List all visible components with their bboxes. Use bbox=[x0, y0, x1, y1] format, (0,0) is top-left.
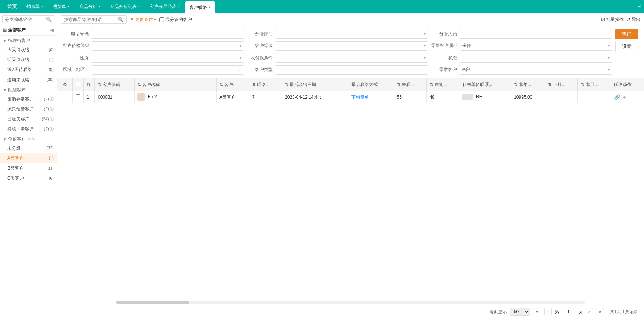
nav-customer-contact[interactable]: 客户联络 × bbox=[185, 1, 215, 13]
close-all-tabs-button[interactable]: × bbox=[637, 3, 641, 11]
close-sales-icon[interactable]: × bbox=[41, 0, 43, 13]
collapse-sidebar-icon[interactable]: ◀ bbox=[50, 28, 54, 33]
close-analysis-icon[interactable]: × bbox=[99, 0, 101, 13]
export-button[interactable]: ↗ 导出 bbox=[627, 17, 640, 23]
person-input[interactable]: ··· bbox=[459, 29, 612, 39]
sidebar-item-abnormal[interactable]: 囤购异常客户 (2) ⓘ bbox=[0, 94, 57, 104]
action-grid-icon[interactable]: ⊞ bbox=[622, 94, 627, 100]
status-select[interactable]: ▾ bbox=[459, 53, 612, 63]
action-link-icon[interactable]: 🔗 bbox=[614, 94, 620, 100]
person-label: 分管人员 bbox=[431, 31, 457, 37]
price-grade-select[interactable]: ▾ bbox=[92, 41, 244, 51]
per-page-select[interactable]: 50 100 200 bbox=[510, 308, 530, 316]
close-customer-tier-icon[interactable]: × bbox=[178, 0, 180, 13]
group-problem-customers[interactable]: ▼ 问题客户 bbox=[0, 85, 57, 94]
close-purchase-icon[interactable]: × bbox=[68, 0, 70, 13]
horizontal-scrollbar-area bbox=[57, 299, 644, 305]
chevron-icon-2: ▾ bbox=[240, 44, 242, 48]
last-contact-link[interactable]: 下销货单 bbox=[351, 95, 369, 100]
prev-page-button[interactable]: ‹ bbox=[544, 308, 552, 315]
first-page-button[interactable]: « bbox=[533, 308, 541, 315]
sidebar-item-tomorrow-contact[interactable]: 明天待联络 (1) bbox=[0, 55, 57, 65]
sidebar-search-container: 🔍 bbox=[2, 15, 54, 23]
row-not-contact: 55 bbox=[394, 91, 426, 103]
row-checkbox-cell bbox=[73, 91, 84, 103]
filter-cell-payment: 收付款条件 ▾ bbox=[247, 53, 428, 63]
info-icon-1: ⓘ bbox=[50, 96, 54, 103]
filter-bar: 🔍 ▼ 更多条件 ▾ 我分管的客户 ☑ 批量操作 ↗ 导出 bbox=[57, 13, 644, 26]
sidebar-item-declining[interactable]: 持续下滑客户 (2) ⓘ bbox=[0, 124, 57, 134]
sort-icon-6: ⇅ bbox=[397, 82, 401, 87]
retail-customer-select[interactable]: 全部 ▾ bbox=[459, 65, 612, 75]
chevron-icon: ▾ bbox=[424, 32, 426, 36]
page-input[interactable] bbox=[562, 308, 575, 315]
filter-search-input[interactable] bbox=[64, 17, 118, 22]
horizontal-scrollbar-thumb[interactable] bbox=[116, 301, 189, 304]
refresh-icon[interactable]: ↻ bbox=[27, 137, 31, 142]
nav-customer-tier[interactable]: 客户分层经营 × bbox=[145, 0, 184, 13]
export-icon: ↗ bbox=[627, 17, 630, 22]
row-name: Ea ? bbox=[135, 91, 217, 103]
settings-button[interactable]: 设置 bbox=[615, 41, 638, 52]
sidebar-item-today-contact[interactable]: 今天待联络 (0) bbox=[0, 45, 57, 55]
nature-select[interactable]: ▾ bbox=[91, 53, 244, 63]
region-input[interactable]: ··· bbox=[92, 65, 244, 75]
more-filters-button[interactable]: ▼ 更多条件 ▾ bbox=[130, 17, 156, 23]
sidebar-item-churn-warning[interactable]: 流失预警客户 (3) ⓘ bbox=[0, 104, 57, 114]
customer-type-input[interactable] bbox=[275, 65, 428, 75]
my-customers-checkbox[interactable] bbox=[159, 17, 164, 22]
th-not-contact: ⇅ 未联... bbox=[394, 78, 426, 91]
select-all-checkbox[interactable] bbox=[76, 82, 80, 86]
page-total-label: 页 bbox=[578, 309, 583, 315]
all-customers-header[interactable]: ⊞ 全部客户 ◀ bbox=[0, 25, 57, 36]
sidebar-item-churned[interactable]: 已流失客户 (24) ⓘ bbox=[0, 114, 57, 124]
payment-select[interactable]: ▾ bbox=[275, 53, 428, 63]
filter-cell-person: 分管人员 ··· bbox=[431, 29, 612, 39]
retail-attr-select[interactable]: 全部 ▾ bbox=[460, 41, 612, 51]
nav-analysis[interactable]: 商品分析 × bbox=[75, 0, 105, 13]
nav-sales[interactable]: 销售单 × bbox=[22, 0, 48, 13]
group-pending-contact[interactable]: ▼ 待联络客户 bbox=[0, 36, 57, 45]
last-page-button[interactable]: » bbox=[596, 308, 604, 315]
sidebar-search-input[interactable] bbox=[5, 17, 46, 22]
sort-icon-3: ⇅ bbox=[219, 82, 223, 87]
chevron-icon-3: ▾ bbox=[424, 44, 426, 48]
filter-row-2: 客户价格等级 ▾ 客户等级 ▾ bbox=[63, 41, 612, 51]
th-gear: ⚙ bbox=[57, 78, 73, 91]
table-settings-button[interactable]: ⚙ bbox=[60, 81, 69, 88]
nav-analysis-list[interactable]: 商品分析列表 × bbox=[106, 0, 145, 13]
nav-purchase[interactable]: 进货单 × bbox=[49, 0, 74, 13]
batch-operation-button[interactable]: ☑ 批量操作 bbox=[601, 17, 624, 23]
sidebar-item-c-class[interactable]: C类客户 (6) bbox=[0, 173, 57, 183]
close-analysis-list-icon[interactable]: × bbox=[138, 0, 140, 13]
arrow-icon: ▼ bbox=[3, 39, 7, 43]
row-code: 000031 bbox=[95, 91, 135, 103]
dept-select[interactable]: ▾ bbox=[275, 29, 428, 39]
sidebar-item-overdue-contact[interactable]: 逾期未联络 (30) bbox=[0, 75, 57, 85]
close-customer-contact-icon[interactable]: × bbox=[208, 1, 211, 13]
group-value-customers[interactable]: ▼ 价值客户 ↻ ✎ bbox=[0, 134, 57, 144]
my-customers-checkbox-label[interactable]: 我分管的客户 bbox=[159, 17, 192, 23]
customer-grade-select[interactable]: ▾ bbox=[275, 41, 428, 51]
horizontal-scrollbar-track[interactable] bbox=[116, 301, 585, 304]
query-button[interactable]: 查询 bbox=[615, 29, 638, 39]
phone-input[interactable] bbox=[91, 29, 244, 39]
sidebar-item-unclassified[interactable]: 未分组 (32) bbox=[0, 144, 57, 153]
filter-icon: ▼ bbox=[130, 17, 134, 22]
edit-group-icon[interactable]: ✎ bbox=[32, 137, 35, 142]
sidebar-item-a-class[interactable]: A类客户 (1) bbox=[0, 153, 57, 163]
filter-cell-customer-type: 客户类型 bbox=[247, 65, 428, 75]
row-checkbox[interactable] bbox=[76, 94, 80, 99]
th-checkbox bbox=[73, 78, 84, 91]
dots-icon-2: ··· bbox=[238, 67, 242, 73]
th-last-month: ⇅ 上月... bbox=[545, 78, 578, 91]
th-this-year: ⇅ 本年... bbox=[511, 78, 545, 91]
page-label: 第 bbox=[555, 309, 559, 315]
customer-table-wrapper: ⚙ 序 ⇅ 客户编码 bbox=[57, 78, 644, 299]
sort-icon-2: ⇅ bbox=[137, 82, 141, 87]
table-row: 1 000031 Ea ? A类客户 7 2023-04-12 14:44: 下… bbox=[57, 91, 644, 103]
sidebar-item-b-class[interactable]: B类客户 (33) bbox=[0, 163, 57, 173]
nav-home[interactable]: 首页 bbox=[3, 0, 21, 13]
next-page-button[interactable]: › bbox=[586, 308, 593, 315]
sidebar-item-7days-contact[interactable]: 近7天待联络 (0) bbox=[0, 65, 57, 75]
